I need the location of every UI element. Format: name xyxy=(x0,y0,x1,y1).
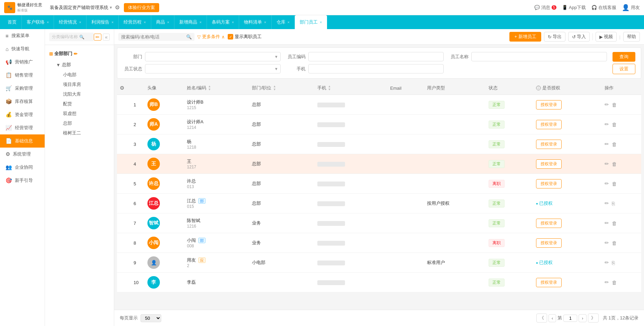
edit-icon[interactable]: ✏ xyxy=(605,141,609,147)
sidebar-item-inventory[interactable]: 📦 库存核算 xyxy=(0,95,45,108)
filter-empcode-input[interactable] xyxy=(308,52,444,61)
close-icon[interactable]: × xyxy=(288,20,290,24)
tab-warehouse[interactable]: 仓库 × xyxy=(272,15,295,29)
page-input[interactable] xyxy=(563,315,577,322)
sidebar-item-purchase[interactable]: 🛒 采购管理 xyxy=(0,82,45,95)
sidebar-item-nav[interactable]: ⌂ 快速导航 xyxy=(0,42,45,55)
trial-button[interactable]: 体验行业方案 xyxy=(124,3,159,12)
dept-zhishu[interactable]: 植树王二 xyxy=(59,128,114,138)
close-icon[interactable]: × xyxy=(199,20,201,24)
edit-icon[interactable]: ✏ xyxy=(605,102,609,108)
add-employee-button[interactable]: + 新增员工 xyxy=(509,32,541,42)
search-icon[interactable]: 🔍 xyxy=(186,34,192,39)
sidebar-item-basic[interactable]: 📄 基础信息 xyxy=(0,134,45,148)
search-input[interactable] xyxy=(121,34,185,39)
close-icon[interactable]: × xyxy=(111,20,114,24)
sidebar-item-finance[interactable]: 💰 资金管理 xyxy=(0,108,45,121)
sidebar-item-guide[interactable]: 🎯 新手引导 xyxy=(0,174,45,187)
close-icon[interactable]: × xyxy=(144,20,146,24)
reset-button[interactable]: 设置 xyxy=(613,64,635,74)
dept-distribution[interactable]: 配货 xyxy=(59,99,114,109)
prev-page-button[interactable]: ‹ xyxy=(548,314,556,322)
dept-project[interactable]: 项目库房 xyxy=(59,80,114,89)
all-dept-header[interactable]: ⊞ 全部部门 ✏ xyxy=(45,48,114,60)
tab-goods[interactable]: 商品 × xyxy=(151,15,174,29)
sort-icon-phone[interactable]: ▲▼ xyxy=(328,85,331,91)
tab-add-goods[interactable]: 新增商品 × xyxy=(174,15,207,29)
delete-icon[interactable]: 🗑 xyxy=(612,240,617,246)
more-filter-btn[interactable]: ▽ 更多条件 ∧ xyxy=(197,34,225,40)
dropdown-icon[interactable]: ▾ xyxy=(110,5,112,10)
sort-icon-name[interactable]: ▲▼ xyxy=(208,85,211,91)
message-action[interactable]: 💬 消息 5 xyxy=(534,5,556,11)
import-button[interactable]: ↺ 导入 xyxy=(568,32,590,42)
copy-icon[interactable]: ⎘ xyxy=(612,201,615,206)
tab-history[interactable]: 经营历程 × xyxy=(119,15,151,29)
auth-button[interactable]: 授权登录 xyxy=(536,238,562,248)
filter-dept-select[interactable]: ▾ xyxy=(145,52,281,61)
close-icon[interactable]: × xyxy=(232,20,234,24)
close-icon[interactable]: × xyxy=(167,20,169,24)
dept-shenyang[interactable]: 沈阳大库 xyxy=(59,89,114,99)
next-page-button[interactable]: › xyxy=(579,314,586,322)
view-button[interactable]: ▶ 视频 xyxy=(596,32,617,42)
user-action[interactable]: 👤 用友 xyxy=(622,4,640,11)
export-button[interactable]: ↻ 导出 xyxy=(544,32,565,42)
copy-icon[interactable]: ⎘ xyxy=(612,260,615,266)
dept-xiaodian[interactable]: 小电部 xyxy=(59,70,114,80)
sidebar-item-system[interactable]: ⚙ 系统管理 xyxy=(0,148,45,161)
sort-icon-dept[interactable]: ▲▼ xyxy=(273,85,276,91)
filter-empname-input[interactable] xyxy=(471,52,607,61)
sidebar-item-search[interactable]: ≡ 搜索菜单 xyxy=(0,29,45,42)
sidebar-item-sales[interactable]: 📋 销售管理 xyxy=(0,69,45,82)
auth-button[interactable]: 授权登录 xyxy=(536,100,562,109)
auth-button[interactable]: 授权登录 xyxy=(536,120,562,129)
close-icon[interactable]: × xyxy=(264,20,266,24)
delete-icon[interactable]: 🗑 xyxy=(612,161,617,167)
edit-icon[interactable]: ✏ xyxy=(605,200,609,206)
auth-button[interactable]: 授权登录 xyxy=(536,219,562,228)
tab-home[interactable]: 首页 xyxy=(3,15,22,29)
auth-button[interactable]: 授权登录 xyxy=(536,278,562,287)
settings-icon[interactable]: ⚙ xyxy=(115,4,120,11)
last-page-button[interactable]: 》 xyxy=(588,314,599,323)
tab-bom[interactable]: 物料清单 × xyxy=(239,15,271,29)
delete-icon[interactable]: 🗑 xyxy=(612,102,617,108)
dimission-checkbox[interactable]: ✓ xyxy=(228,34,233,39)
query-button[interactable]: 查询 xyxy=(613,52,635,62)
edit-all-icon[interactable]: ✏ xyxy=(74,51,78,56)
collapse-panel-btn[interactable]: « xyxy=(103,34,110,41)
close-icon[interactable]: × xyxy=(320,20,322,24)
dept-general[interactable]: ▼ 总部 xyxy=(52,60,114,70)
delete-icon[interactable]: 🗑 xyxy=(612,220,617,226)
sidebar-item-management[interactable]: 📈 经营管理 xyxy=(0,121,45,134)
filter-phone-input[interactable] xyxy=(308,64,444,73)
auth-button[interactable]: 授权登录 xyxy=(536,179,562,188)
edit-icon[interactable]: ✏ xyxy=(605,121,609,127)
edit-icon[interactable]: ✏ xyxy=(605,259,609,266)
close-icon[interactable]: × xyxy=(79,20,81,24)
sidebar-item-marketing[interactable]: 📢 营销推广 xyxy=(0,55,45,69)
edit-icon[interactable]: ✏ xyxy=(605,240,609,246)
delete-icon[interactable]: 🗑 xyxy=(612,122,617,127)
delete-icon[interactable]: 🗑 xyxy=(612,280,617,285)
delete-icon[interactable]: 🗑 xyxy=(612,141,617,147)
edit-icon[interactable]: ✏ xyxy=(605,279,609,285)
tab-operation[interactable]: 经营情况 × xyxy=(54,15,86,29)
page-size-select[interactable]: 50 100 xyxy=(140,314,161,322)
close-icon[interactable]: × xyxy=(47,20,49,24)
filter-status-select[interactable]: ▾ xyxy=(145,64,281,73)
dept-general-sub[interactable]: 总部 xyxy=(59,118,114,128)
tab-barcode[interactable]: 条码方案 × xyxy=(207,15,239,29)
edit-icon[interactable]: ✏ xyxy=(605,220,609,226)
tab-department[interactable]: 部门员工 × xyxy=(295,15,327,29)
delete-icon[interactable]: 🗑 xyxy=(612,181,617,187)
help-button[interactable]: 帮助 xyxy=(623,32,640,42)
auth-button[interactable]: 授权登录 xyxy=(536,159,562,169)
gear-icon[interactable]: ⚙ xyxy=(120,85,124,91)
online-service-action[interactable]: 🎧 在线客服 xyxy=(591,5,616,11)
show-dimission-wrap[interactable]: ✓ 显示离职员工 xyxy=(228,34,262,40)
dept-shuang[interactable]: 双虚想 xyxy=(59,109,114,118)
auth-button[interactable]: 授权登录 xyxy=(536,140,562,149)
dept-search-icon[interactable]: 🔍 xyxy=(79,35,84,39)
